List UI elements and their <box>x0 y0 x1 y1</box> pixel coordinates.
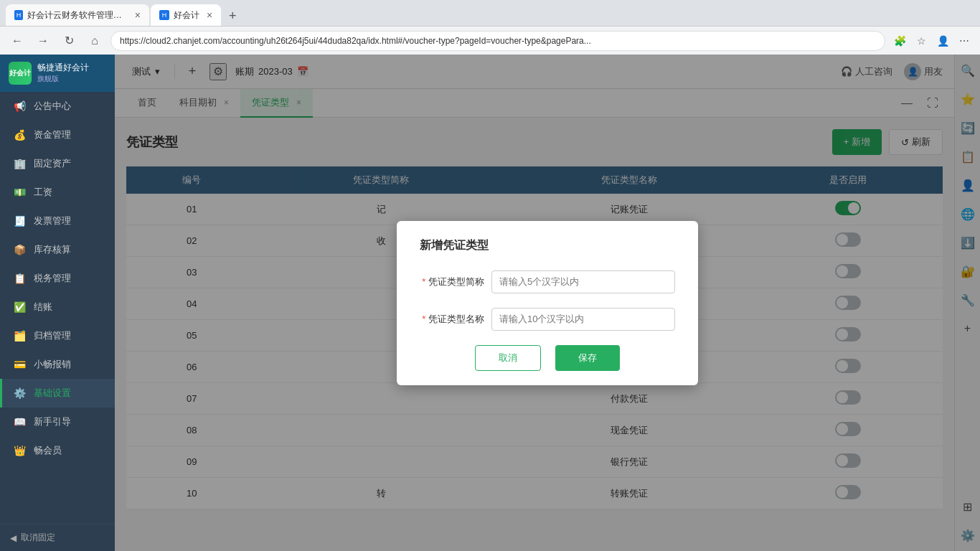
sidebar-label-fixed-assets: 固定资产 <box>34 157 71 170</box>
save-button[interactable]: 保存 <box>555 345 620 371</box>
tab-bar: H 好会计云财务软件管理系统_会计 × H 好会计 × + <box>0 0 980 26</box>
sidebar-label-settings: 基础设置 <box>34 387 71 400</box>
sidebar-item-funds[interactable]: 💰 资金管理 <box>0 121 115 149</box>
bookmark-button[interactable]: ☆ <box>913 32 930 50</box>
full-name-label: 凭证类型名称 <box>420 313 491 326</box>
browser-tab-2[interactable]: H 好会计 × <box>151 4 221 26</box>
sidebar-label-inventory: 库存核算 <box>34 243 71 256</box>
tax-icon: 📋 <box>12 271 27 286</box>
sidebar-label-expense: 小畅报销 <box>34 358 71 371</box>
sidebar-label-funds: 资金管理 <box>34 128 71 141</box>
sidebar-header[interactable]: 好会计 畅捷通好会计 旗舰版 <box>0 55 115 92</box>
home-button[interactable]: ⌂ <box>85 31 105 51</box>
sidebar-label-payroll: 工资 <box>34 186 52 199</box>
sidebar-label-guide: 新手引导 <box>34 415 71 428</box>
unpin-icon: ◀ <box>10 533 17 543</box>
payroll-icon: 💵 <box>12 185 27 199</box>
sidebar-label-invoices: 发票管理 <box>34 215 71 227</box>
browser-actions: 🧩 ☆ 👤 ⋯ <box>891 32 973 50</box>
tab-favicon-2: H <box>159 10 169 20</box>
new-tab-button[interactable]: + <box>222 6 242 26</box>
sidebar-item-payroll[interactable]: 💵 工资 <box>0 178 115 207</box>
sidebar-item-member[interactable]: 👑 畅会员 <box>0 436 115 465</box>
sidebar-item-archive[interactable]: 🗂️ 归档管理 <box>0 321 115 350</box>
short-name-input[interactable] <box>491 270 675 293</box>
sidebar-label-archive: 归档管理 <box>34 329 71 342</box>
profile-button[interactable]: 👤 <box>934 32 951 50</box>
menu-button[interactable]: ⋯ <box>956 32 973 50</box>
inventory-icon: 📦 <box>12 242 27 257</box>
unpin-label: 取消固定 <box>21 532 55 544</box>
sidebar-label-tax: 税务管理 <box>34 272 71 285</box>
modal-overlay: 新增凭证类型 凭证类型简称 凭证类型名称 取消 保存 <box>115 55 980 551</box>
settings-icon: ⚙️ <box>12 386 27 400</box>
modal-actions: 取消 保存 <box>420 345 675 371</box>
checkout-icon: ✅ <box>12 300 27 314</box>
fixed-assets-icon: 🏢 <box>12 156 27 171</box>
sidebar-unpin[interactable]: ◀ 取消固定 <box>0 524 115 551</box>
sidebar-app-version: 旗舰版 <box>37 74 89 84</box>
sidebar-item-fixed-assets[interactable]: 🏢 固定资产 <box>0 149 115 178</box>
sidebar-app-info: 畅捷通好会计 旗舰版 <box>37 62 89 84</box>
sidebar-item-guide[interactable]: 📖 新手引导 <box>0 408 115 436</box>
full-name-row: 凭证类型名称 <box>420 308 675 331</box>
back-button[interactable]: ← <box>7 31 27 51</box>
modal-title: 新增凭证类型 <box>420 238 675 253</box>
cancel-button[interactable]: 取消 <box>475 345 541 371</box>
full-name-input[interactable] <box>491 308 675 331</box>
tab-favicon-1: H <box>14 10 23 20</box>
sidebar: 好会计 畅捷通好会计 旗舰版 📢 公告中心 💰 资金管理 🏢 固定资产 💵 工资 <box>0 55 115 551</box>
reload-button[interactable]: ↻ <box>59 31 79 51</box>
browser-tab-1[interactable]: H 好会计云财务软件管理系统_会计 × <box>6 4 149 26</box>
invoices-icon: 🧾 <box>12 214 27 228</box>
sidebar-logo: 好会计 <box>9 62 32 85</box>
notifications-icon: 📢 <box>12 99 27 113</box>
sidebar-item-settings[interactable]: ⚙️ 基础设置 <box>0 379 115 408</box>
sidebar-item-checkout[interactable]: ✅ 结账 <box>0 293 115 321</box>
short-name-row: 凭证类型简称 <box>420 270 675 293</box>
sidebar-items: 📢 公告中心 💰 资金管理 🏢 固定资产 💵 工资 🧾 发票管理 📦 库 <box>0 92 115 524</box>
sidebar-label-checkout: 结账 <box>34 301 52 314</box>
tab-close-1[interactable]: × <box>135 9 141 21</box>
sidebar-app-name: 畅捷通好会计 <box>37 62 89 74</box>
sidebar-item-notifications[interactable]: 📢 公告中心 <box>0 92 115 121</box>
guide-icon: 📖 <box>12 415 27 429</box>
funds-icon: 💰 <box>12 128 27 142</box>
sidebar-label-member: 畅会员 <box>34 444 62 457</box>
short-name-label: 凭证类型简称 <box>420 276 491 288</box>
sidebar-label-notifications: 公告中心 <box>34 100 71 113</box>
tab-title-1: 好会计云财务软件管理系统_会计 <box>27 9 128 22</box>
url-text: https://cloud2.chanjet.com/accounting/uh… <box>120 36 591 46</box>
sidebar-item-inventory[interactable]: 📦 库存核算 <box>0 235 115 264</box>
add-voucher-type-modal: 新增凭证类型 凭证类型简称 凭证类型名称 取消 保存 <box>397 221 698 385</box>
expense-icon: 💳 <box>12 357 27 372</box>
tab-close-2[interactable]: × <box>207 9 212 21</box>
member-icon: 👑 <box>12 443 27 458</box>
forward-button[interactable]: → <box>33 31 53 51</box>
url-input[interactable]: https://cloud2.chanjet.com/accounting/uh… <box>110 31 885 51</box>
extensions-button[interactable]: 🧩 <box>891 32 908 50</box>
address-bar: ← → ↻ ⌂ https://cloud2.chanjet.com/accou… <box>0 26 980 55</box>
sidebar-item-expense[interactable]: 💳 小畅报销 <box>0 350 115 379</box>
sidebar-item-invoices[interactable]: 🧾 发票管理 <box>0 207 115 235</box>
sidebar-item-tax[interactable]: 📋 税务管理 <box>0 264 115 293</box>
tab-title-2: 好会计 <box>174 9 199 22</box>
browser-chrome: H 好会计云财务软件管理系统_会计 × H 好会计 × + ← → ↻ ⌂ ht… <box>0 0 980 55</box>
archive-icon: 🗂️ <box>12 329 27 343</box>
